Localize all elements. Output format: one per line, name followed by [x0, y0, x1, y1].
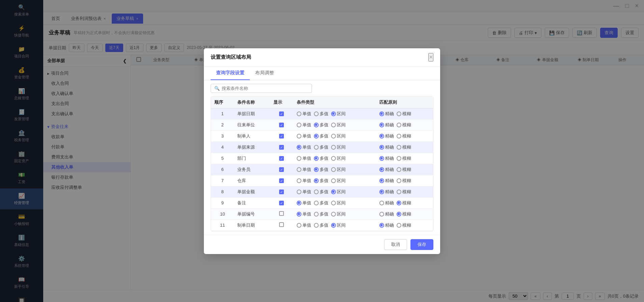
type-multi-8[interactable]: 多值: [314, 189, 328, 195]
match-exact-11[interactable]: 精确: [379, 222, 394, 228]
match-fuzzy-9[interactable]: 模糊: [397, 200, 411, 206]
show-checkbox-9[interactable]: ✓: [279, 201, 284, 205]
type-single-1[interactable]: 单值: [297, 111, 311, 117]
type-range-9[interactable]: 区间: [331, 200, 346, 206]
match-exact-3[interactable]: 精确: [379, 133, 394, 139]
modal-search-input[interactable]: [222, 86, 308, 91]
row-name-9: 备注: [234, 197, 270, 208]
show-checkbox-7[interactable]: ✓: [279, 178, 284, 183]
row-match-8: 精确模糊: [376, 186, 433, 197]
type-range-8[interactable]: 区间: [331, 189, 346, 195]
type-multi-7[interactable]: 多值: [314, 178, 328, 184]
show-checkbox-4[interactable]: ✓: [279, 145, 284, 150]
type-range-5[interactable]: 区间: [331, 155, 346, 161]
type-single-6[interactable]: 单值: [297, 167, 311, 173]
row-name-5: 部门: [234, 153, 270, 164]
match-fuzzy-6[interactable]: 模糊: [397, 167, 411, 173]
table-row: 2往来单位✓单值多值区间精确模糊: [211, 119, 433, 130]
match-exact-7[interactable]: 精确: [379, 178, 394, 184]
modal-tab-layout[interactable]: 布局调整: [250, 67, 279, 80]
row-show-8: ✓: [270, 186, 293, 197]
row-order-5: 5: [211, 153, 234, 164]
modal-cancel-button[interactable]: 取消: [384, 239, 407, 250]
match-exact-4[interactable]: 精确: [379, 144, 394, 150]
type-range-7[interactable]: 区间: [331, 178, 346, 184]
row-order-3: 3: [211, 130, 234, 142]
show-checkbox-5[interactable]: ✓: [279, 156, 284, 161]
match-fuzzy-1[interactable]: 模糊: [397, 111, 411, 117]
modal-overlay: 设置查询区域布局 × 查询字段设置 布局调整 🔍: [0, 0, 644, 302]
modal-table: 顺序 条件名称 显示 条件类型 匹配原则 1单据日期✓单值多值区间精确模糊2往来…: [211, 96, 433, 231]
type-single-2[interactable]: 单值: [297, 122, 311, 128]
type-range-11[interactable]: 区间: [331, 222, 346, 228]
type-multi-1[interactable]: 多值: [314, 111, 328, 117]
match-fuzzy-2[interactable]: 模糊: [397, 122, 411, 128]
table-row: 1单据日期✓单值多值区间精确模糊: [211, 108, 433, 119]
match-fuzzy-4[interactable]: 模糊: [397, 144, 411, 150]
show-checkbox-1[interactable]: ✓: [279, 111, 284, 116]
show-checkbox-11[interactable]: [279, 222, 284, 227]
type-single-4[interactable]: 单值: [297, 144, 311, 150]
type-range-1[interactable]: 区间: [331, 111, 346, 117]
type-single-9[interactable]: 单值: [297, 200, 311, 206]
row-show-5: ✓: [270, 153, 293, 164]
type-single-8[interactable]: 单值: [297, 189, 311, 195]
row-show-10: [270, 208, 293, 220]
match-fuzzy-5[interactable]: 模糊: [397, 155, 411, 161]
type-multi-5[interactable]: 多值: [314, 155, 328, 161]
row-name-2: 往来单位: [234, 119, 270, 130]
row-match-4: 精确模糊: [376, 142, 433, 153]
modal-dialog: 设置查询区域布局 × 查询字段设置 布局调整 🔍: [204, 48, 440, 254]
type-range-10[interactable]: 区间: [331, 211, 346, 217]
match-fuzzy-11[interactable]: 模糊: [397, 222, 411, 228]
modal-header: 设置查询区域布局 ×: [204, 48, 440, 67]
modal-tab-fields[interactable]: 查询字段设置: [211, 67, 250, 80]
match-exact-10[interactable]: 精确: [379, 211, 394, 217]
type-single-3[interactable]: 单值: [297, 133, 311, 139]
type-single-7[interactable]: 单值: [297, 178, 311, 184]
match-fuzzy-3[interactable]: 模糊: [397, 133, 411, 139]
row-name-10: 单据编号: [234, 208, 270, 220]
type-range-2[interactable]: 区间: [331, 122, 346, 128]
row-order-6: 6: [211, 164, 234, 175]
table-row: 7仓库✓单值多值区间精确模糊: [211, 175, 433, 186]
match-exact-2[interactable]: 精确: [379, 122, 394, 128]
type-multi-2[interactable]: 多值: [314, 122, 328, 128]
row-show-3: ✓: [270, 130, 293, 142]
th-match: 匹配原则: [376, 97, 433, 108]
type-multi-3[interactable]: 多值: [314, 133, 328, 139]
match-fuzzy-10[interactable]: 模糊: [397, 211, 411, 217]
match-exact-1[interactable]: 精确: [379, 111, 394, 117]
row-type-6: 单值多值区间: [293, 164, 376, 175]
show-checkbox-2[interactable]: ✓: [279, 123, 284, 127]
show-checkbox-10[interactable]: [279, 211, 284, 216]
row-show-2: ✓: [270, 119, 293, 130]
match-exact-9[interactable]: 精确: [379, 200, 394, 206]
type-multi-9[interactable]: 多值: [314, 200, 328, 206]
match-exact-5[interactable]: 精确: [379, 155, 394, 161]
type-multi-6[interactable]: 多值: [314, 167, 328, 173]
type-single-10[interactable]: 单值: [297, 211, 311, 217]
type-multi-10[interactable]: 多值: [314, 211, 328, 217]
match-exact-8[interactable]: 精确: [379, 189, 394, 195]
row-type-7: 单值多值区间: [293, 175, 376, 186]
modal-close-button[interactable]: ×: [428, 53, 433, 61]
row-type-9: 单值多值区间: [293, 197, 376, 208]
type-single-11[interactable]: 单值: [297, 222, 311, 228]
type-single-5[interactable]: 单值: [297, 155, 311, 161]
type-multi-4[interactable]: 多值: [314, 144, 328, 150]
row-match-5: 精确模糊: [376, 153, 433, 164]
row-show-7: ✓: [270, 175, 293, 186]
match-fuzzy-7[interactable]: 模糊: [397, 178, 411, 184]
modal-save-button[interactable]: 保存: [410, 239, 433, 250]
type-range-3[interactable]: 区间: [331, 133, 346, 139]
row-match-9: 精确模糊: [376, 197, 433, 208]
match-exact-6[interactable]: 精确: [379, 167, 394, 173]
match-fuzzy-8[interactable]: 模糊: [397, 189, 411, 195]
type-range-6[interactable]: 区间: [331, 167, 346, 173]
show-checkbox-3[interactable]: ✓: [279, 134, 284, 139]
show-checkbox-8[interactable]: ✓: [279, 190, 284, 194]
show-checkbox-6[interactable]: ✓: [279, 167, 284, 172]
type-range-4[interactable]: 区间: [331, 144, 346, 150]
type-multi-11[interactable]: 多值: [314, 222, 328, 228]
